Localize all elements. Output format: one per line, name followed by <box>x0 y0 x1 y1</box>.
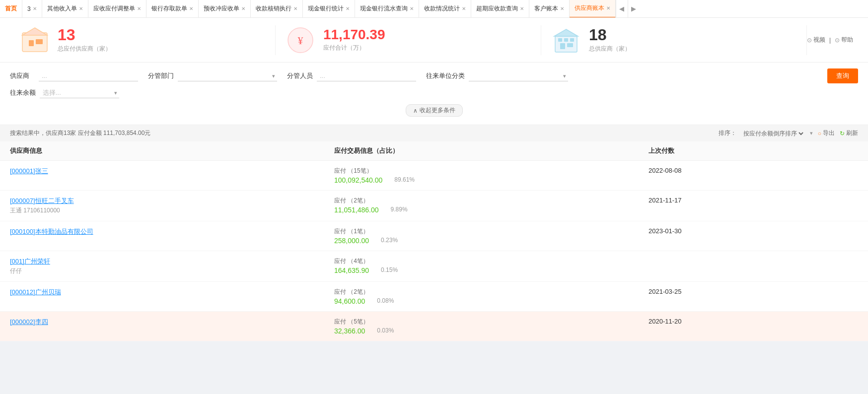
stat-card-total-suppliers: 18 总供应商（家） <box>541 25 807 55</box>
filter-item-person: 分管人员 <box>287 70 416 81</box>
supplier-link[interactable]: [001]广州荣轩 <box>10 258 50 265</box>
supplier-link[interactable]: [000002]李四 <box>10 318 48 326</box>
dept-select[interactable] <box>178 70 277 81</box>
trans-amount[interactable]: 32,366.00 <box>334 327 365 335</box>
table-row: [001]广州荣轩 仔仔 应付 （4笔） 164,635.90 0.15% <box>0 251 868 282</box>
transaction-cell: 应付 （5笔） 32,366.00 0.03% <box>324 318 649 335</box>
dept-filter-label: 分管部门 <box>148 71 174 80</box>
svg-rect-9 <box>567 43 573 47</box>
person-filter-label: 分管人员 <box>287 71 313 80</box>
filter-row-2: 往来余额 选择... ▾ <box>10 87 858 98</box>
nav-tab-cash-bank-flow[interactable]: 现金银行流水查询 ✕ <box>355 0 419 18</box>
close-icon[interactable]: ✕ <box>560 6 564 11</box>
trans-amount[interactable]: 258,000.00 <box>334 237 369 245</box>
supplier-cell: [000007]恒旺二手叉车 王通 17106110000 <box>10 197 324 215</box>
nav-tab-home[interactable]: 首页 <box>0 0 22 18</box>
table-row: [000001]张三 应付 （15笔） 100,092,540.00 89.61… <box>0 161 868 191</box>
trans-row: 164,635.90 0.15% <box>334 265 649 274</box>
help-link[interactable]: 帮助 <box>841 36 853 44</box>
balance-select[interactable]: 选择... <box>40 87 119 98</box>
transaction-cell: 应付 （2笔） 94,600.00 0.08% <box>324 288 649 305</box>
total-suppliers-label: 总供应商（家） <box>589 45 631 53</box>
supplier-sub: 仔仔 <box>10 267 324 275</box>
trans-amount[interactable]: 11,051,486.00 <box>334 206 379 214</box>
search-button[interactable]: 查询 <box>827 68 858 83</box>
last-pay-date: 2021-03-25 <box>649 288 682 295</box>
close-icon[interactable]: ✕ <box>241 6 245 11</box>
supplier-sub: 王通 17106110000 <box>10 206 324 215</box>
supplier-cell: [000100]本特勤油品有限公司 <box>10 227 324 236</box>
supplier-input[interactable] <box>39 70 138 81</box>
trans-amount[interactable]: 94,600.00 <box>334 297 365 305</box>
refresh-label: 刷新 <box>846 129 858 137</box>
sort-select[interactable]: 按应付余额倒序排序 <box>741 130 805 137</box>
store-icon <box>551 25 581 55</box>
tab-label: 应收应付调整单 <box>93 4 135 13</box>
balance-filter-label: 往来余额 <box>10 88 36 97</box>
trans-amount[interactable]: 164,635.90 <box>334 266 369 274</box>
col-header-lastpay: 上次付数 <box>649 146 858 155</box>
nav-tab-customer-book[interactable]: 客户账本 ✕ <box>529 0 570 18</box>
export-label: 导出 <box>823 129 835 137</box>
nav-prev-arrow[interactable]: ◀ <box>616 0 628 18</box>
nav-tab-overdue-ar[interactable]: 超期应收款查询 ✕ <box>471 0 529 18</box>
nav-tab-receipt-exec[interactable]: 收款核销执行 ✕ <box>251 0 303 18</box>
lastpay-cell: 2023-01-30 <box>649 227 858 235</box>
nav-tab-bank-deposit[interactable]: 银行存取款单 ✕ <box>146 0 199 18</box>
svg-rect-8 <box>560 43 565 49</box>
trans-percent: 0.03% <box>377 327 394 334</box>
result-info: 搜索结果中，供应商13家 应付金额 111,703,854.00元 <box>10 129 719 137</box>
supplier-link[interactable]: [000012]广州贝瑞 <box>10 288 61 296</box>
supplier-link[interactable]: [000007]恒旺二手叉车 <box>10 197 74 204</box>
dept-select-wrapper: ▾ <box>178 70 277 81</box>
close-icon[interactable]: ✕ <box>33 6 37 11</box>
close-icon[interactable]: ✕ <box>293 6 297 11</box>
separator: | <box>829 37 831 44</box>
lastpay-cell: 2021-03-25 <box>649 288 858 295</box>
top-right-links: ⊙ 视频 | ⊙ 帮助 <box>807 36 858 44</box>
col-header-transaction: 应付交易信息（占比） <box>324 146 649 155</box>
close-icon[interactable]: ✕ <box>462 6 466 11</box>
close-icon[interactable]: ✕ <box>520 6 524 11</box>
collapse-button[interactable]: ∧ 收起更多条件 <box>406 104 463 117</box>
tab-label: 3 <box>27 5 31 12</box>
export-button[interactable]: ○ 导出 <box>818 129 835 137</box>
ap-amount-value: 11,170.39 <box>323 28 385 42</box>
close-icon[interactable]: ✕ <box>189 6 193 11</box>
nav-tab-other-income[interactable]: 其他收入单 ✕ <box>42 0 88 18</box>
category-select[interactable] <box>469 70 568 81</box>
supplier-link[interactable]: [000001]张三 <box>10 167 48 175</box>
tab-label: 现金银行统计 <box>308 4 344 13</box>
trans-percent: 0.23% <box>381 237 398 244</box>
collapse-bar: ∧ 收起更多条件 <box>10 102 858 119</box>
nav-tab-cash-bank-stat[interactable]: 现金银行统计 ✕ <box>303 0 355 18</box>
nav-tab-supplier-book[interactable]: 供应商账本 ✕ <box>570 0 616 18</box>
nav-tab-prepay-ar[interactable]: 预收冲应收单 ✕ <box>199 0 251 18</box>
table-row: [000002]李四 应付 （5笔） 32,366.00 0.03% 2020-… <box>0 312 868 341</box>
trans-type: 应付 （5笔） <box>334 318 649 326</box>
nav-tab-receipt-stat[interactable]: 收款情况统计 ✕ <box>419 0 471 18</box>
amount-icon: ¥ <box>286 25 315 55</box>
nav-tab-3[interactable]: 3 ✕ <box>22 0 42 18</box>
close-icon[interactable]: ✕ <box>606 5 610 11</box>
nav-tab-ar-ap-adjust[interactable]: 应收应付调整单 ✕ <box>88 0 146 18</box>
export-icon: ○ <box>818 130 821 137</box>
supplier-link[interactable]: [000100]本特勤油品有限公司 <box>10 228 93 235</box>
close-icon[interactable]: ✕ <box>346 6 350 11</box>
last-pay-date: 2020-11-20 <box>649 318 682 325</box>
nav-next-arrow[interactable]: ▶ <box>628 0 640 18</box>
person-input[interactable] <box>317 70 416 81</box>
collapse-label: 收起更多条件 <box>420 106 455 115</box>
trans-type: 应付 （1笔） <box>334 227 649 236</box>
trans-amount[interactable]: 100,092,540.00 <box>334 176 382 184</box>
close-icon[interactable]: ✕ <box>137 6 141 11</box>
close-icon[interactable]: ✕ <box>410 6 414 11</box>
svg-rect-3 <box>36 39 43 44</box>
refresh-button[interactable]: ↻ 刷新 <box>840 129 858 137</box>
table-row: [000012]广州贝瑞 应付 （2笔） 94,600.00 0.08% 202… <box>0 282 868 312</box>
close-icon[interactable]: ✕ <box>79 6 83 11</box>
trans-type: 应付 （2笔） <box>334 288 649 296</box>
tab-label: 预收冲应收单 <box>204 4 239 13</box>
video-link[interactable]: 视频 <box>813 36 825 44</box>
stat-info-ap-suppliers: 13 总应付供应商（家） <box>58 27 111 53</box>
